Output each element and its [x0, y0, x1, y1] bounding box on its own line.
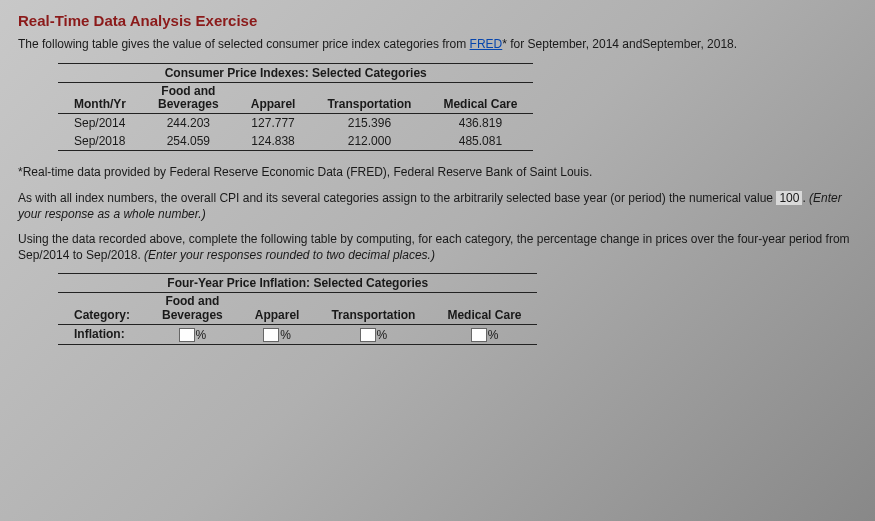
row1-transport: 212.000 — [311, 132, 427, 151]
instruction-paragraph: Using the data recorded above, complete … — [18, 232, 857, 263]
row1-apparel: 124.838 — [235, 132, 312, 151]
t2-col-apparel: Apparel — [239, 293, 316, 324]
col-month: Month/Yr — [58, 83, 142, 114]
row1-food: 254.059 — [142, 132, 235, 151]
exercise-title: Real-Time Data Analysis Exercise — [18, 12, 857, 29]
t2-col-transport: Transportation — [315, 293, 431, 324]
cpi-table-caption: Consumer Price Indexes: Selected Categor… — [58, 64, 533, 83]
t2-col-medical: Medical Care — [431, 293, 537, 324]
t2-col-food-l2: Beverages — [162, 308, 223, 322]
inflation-transport-cell: % — [315, 324, 431, 344]
inflation-apparel-input[interactable] — [263, 328, 279, 342]
para2-prefix: As with all index numbers, the overall C… — [18, 191, 776, 205]
pct-transport: % — [377, 328, 388, 342]
t2-col-food: Food and Beverages — [146, 293, 239, 324]
inflation-label: Inflation: — [58, 324, 146, 344]
col-medical: Medical Care — [427, 83, 533, 114]
pct-food: % — [196, 328, 207, 342]
inflation-medical-cell: % — [431, 324, 537, 344]
pct-apparel: % — [280, 328, 291, 342]
t2-col-food-l1: Food and — [165, 294, 219, 308]
inflation-transport-input[interactable] — [360, 328, 376, 342]
inflation-food-input[interactable] — [179, 328, 195, 342]
row1-medical: 485.081 — [427, 132, 533, 151]
cpi-table: Consumer Price Indexes: Selected Categor… — [58, 63, 533, 151]
col-food-l2: Beverages — [158, 97, 219, 111]
t2-col-category: Category: — [58, 293, 146, 324]
inflation-food-cell: % — [146, 324, 239, 344]
row0-transport: 215.396 — [311, 114, 427, 133]
para3-hint: (Enter your responses rounded to two dec… — [144, 248, 435, 262]
inflation-medical-input[interactable] — [471, 328, 487, 342]
inflation-apparel-cell: % — [239, 324, 316, 344]
base-year-paragraph: As with all index numbers, the overall C… — [18, 191, 857, 222]
col-food-l1: Food and — [161, 84, 215, 98]
intro-suffix: * for September, 2014 andSeptember, 2018… — [502, 37, 737, 51]
row0-medical: 436.819 — [427, 114, 533, 133]
inflation-table-caption: Four-Year Price Inflation: Selected Cate… — [58, 274, 537, 293]
row0-food: 244.203 — [142, 114, 235, 133]
col-apparel: Apparel — [235, 83, 312, 114]
row0-month: Sep/2014 — [58, 114, 142, 133]
footnote-text: *Real-time data provided by Federal Rese… — [18, 165, 857, 181]
base-value-highlight: 100 — [776, 191, 802, 205]
row1-month: Sep/2018 — [58, 132, 142, 151]
intro-text: The following table gives the value of s… — [18, 37, 857, 51]
pct-medical: % — [488, 328, 499, 342]
inflation-table: Four-Year Price Inflation: Selected Cate… — [58, 273, 537, 344]
col-food: Food and Beverages — [142, 83, 235, 114]
fred-link[interactable]: FRED — [470, 37, 503, 51]
intro-prefix: The following table gives the value of s… — [18, 37, 470, 51]
row0-apparel: 127.777 — [235, 114, 312, 133]
col-transport: Transportation — [311, 83, 427, 114]
